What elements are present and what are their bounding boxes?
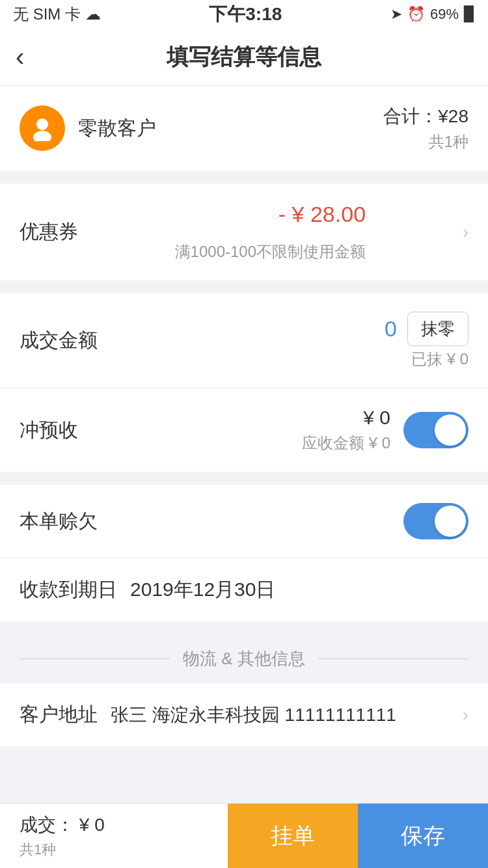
bottom-info: 成交： ¥ 0 共1种 [0,813,228,860]
deal-label: 成交： [20,815,74,835]
nav-bar: ‹ 填写结算等信息 [0,29,488,86]
customer-info: 零散客户 [20,105,156,151]
coupon-value: - ¥ 28.00 [278,202,366,227]
customer-name: 零散客户 [78,115,156,142]
address-label: 客户地址 [20,701,98,728]
logistics-line-right [318,658,468,659]
transaction-section: 成交金额 0 抹零 已抹 ¥ 0 冲预收 ¥ 0 应收金额 ¥ 0 [0,293,488,472]
hold-button[interactable]: 挂单 [228,804,358,869]
svg-point-1 [33,131,51,141]
divider-4 [0,621,488,634]
deal-value: ¥ 0 [79,815,105,835]
coupon-sub: 满1000-100不限制使用金额 [175,241,366,262]
no-sim-text: 无 SIM 卡 ☁ [13,4,101,25]
coupon-right: - ¥ 28.00 满1000-100不限制使用金额 [175,202,366,262]
customer-card: 零散客户 合计：¥28 共1种 [0,86,488,170]
prepay-right: ¥ 0 应收金额 ¥ 0 [302,407,468,454]
prepay-label: 冲预收 [20,417,78,444]
due-date-row: 收款到期日 2019年12月30日 [0,558,488,621]
amount-value[interactable]: 0 [345,316,397,342]
divider-3 [0,472,488,485]
status-time: 下午3:18 [209,2,282,27]
back-button[interactable]: ‹ [16,42,24,72]
debit-section: 本单赊欠 收款到期日 2019年12月30日 [0,485,488,621]
bottom-deal-text: 成交： ¥ 0 [20,813,208,837]
bottom-bar: 成交： ¥ 0 共1种 挂单 保存 [0,803,488,868]
divider-2 [0,280,488,293]
page-title: 填写结算等信息 [167,42,321,72]
save-button[interactable]: 保存 [358,804,488,869]
location-icon: ➤ [390,6,402,23]
customer-total: 合计：¥28 [383,104,468,129]
svg-point-0 [36,118,48,130]
prepay-row: 冲预收 ¥ 0 应收金额 ¥ 0 [0,388,488,472]
prepay-amount-col: ¥ 0 应收金额 ¥ 0 [302,407,390,454]
battery-icon: ▉ [464,6,475,23]
divider-1 [0,170,488,183]
customer-summary: 合计：¥28 共1种 [383,104,468,152]
due-date-value: 2019年12月30日 [130,576,275,603]
status-right: ➤ ⏰ 69% ▉ [390,6,475,23]
customer-avatar [20,105,65,151]
logistics-title: 物流 & 其他信息 [183,647,305,670]
due-date-label: 收款到期日 [20,576,117,603]
round-zero-button[interactable]: 抹零 [407,312,468,346]
customer-count: 共1种 [383,131,468,152]
transaction-row: 成交金额 0 抹零 已抹 ¥ 0 [0,293,488,388]
alarm-icon: ⏰ [407,6,425,23]
amount-col: 0 抹零 已抹 ¥ 0 [345,312,468,370]
address-row[interactable]: 客户地址 张三 海淀永丰科技园 11111111111 › [0,683,488,746]
address-value: 张三 海淀永丰科技园 11111111111 [111,703,450,727]
coupon-label: 优惠券 [20,219,78,245]
amount-label: 成交金额 [20,327,98,354]
amount-right: 0 抹零 已抹 ¥ 0 [345,312,468,370]
debit-toggle[interactable] [403,503,468,539]
prepay-value: ¥ 0 [302,407,390,429]
logistics-header: 物流 & 其他信息 [0,634,488,683]
coupon-section: 优惠券 - ¥ 28.00 满1000-100不限制使用金额 › [0,183,488,280]
logistics-line-left [20,658,170,659]
debit-label: 本单赊欠 [20,508,98,535]
coupon-row[interactable]: 优惠券 - ¥ 28.00 满1000-100不限制使用金额 › [0,183,488,280]
battery-text: 69% [430,6,459,23]
address-chevron-icon: › [463,705,468,726]
coupon-chevron-icon: › [463,222,468,243]
status-left: 无 SIM 卡 ☁ [13,4,101,25]
prepay-sub: 应收金额 ¥ 0 [302,433,390,454]
debit-row: 本单赊欠 [0,485,488,558]
bottom-count-text: 共1种 [20,840,208,860]
status-bar: 无 SIM 卡 ☁ 下午3:18 ➤ ⏰ 69% ▉ [0,0,488,29]
prepay-toggle[interactable] [403,412,468,448]
already-deducted-text: 已抹 ¥ 0 [345,349,468,370]
content-area: 零散客户 合计：¥28 共1种 优惠券 - ¥ 28.00 满1000-100不… [0,86,488,868]
